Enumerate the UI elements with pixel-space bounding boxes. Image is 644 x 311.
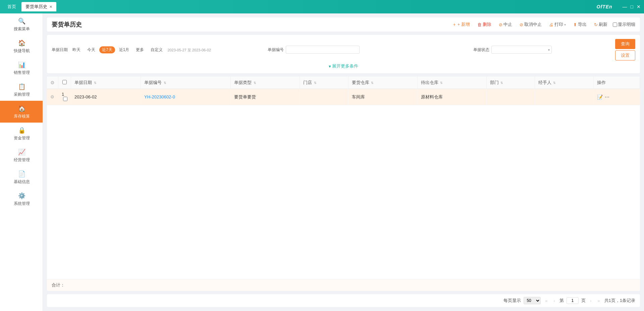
stop-button[interactable]: ⊘ 中止 <box>497 20 514 29</box>
top-bar: 首页 要货单历史 ✕ OfTEn — □ ✕ <box>0 0 644 13</box>
td-date: 2023-06-02 <box>71 89 141 105</box>
sidebar-item-finance-label: 资金管理 <box>14 135 30 141</box>
sidebar-item-operations[interactable]: 📈 经营管理 <box>0 144 43 166</box>
per-page-label: 每页显示 <box>503 298 521 304</box>
sidebar-item-basic-info[interactable]: 📄 基础信息 <box>0 166 43 188</box>
sidebar-item-sales-label: 销售管理 <box>14 70 30 76</box>
sidebar-item-quick-nav[interactable]: 🏠 快捷导航 <box>0 35 43 57</box>
sidebar-item-inventory[interactable]: 🏠 库存核算 <box>0 101 43 123</box>
data-table: ⚙ 单据日期 ⇅ 单据编号 ⇅ <box>47 77 640 105</box>
show-detail-label: 显示明细 <box>618 21 635 28</box>
th-store-label: 门店 <box>303 80 312 85</box>
order-no-link[interactable]: YH-20230602-0 <box>144 94 175 99</box>
per-page-select[interactable]: 50 100 200 <box>524 297 541 304</box>
sidebar-item-sales[interactable]: 📊 销售管理 <box>0 57 43 79</box>
delete-button[interactable]: 🗑 删除 <box>475 20 493 29</box>
last-page-button[interactable]: » <box>596 298 601 304</box>
new-icon: ＋ <box>452 21 457 28</box>
th-order-type-label: 单据类型 <box>234 80 252 85</box>
tab-requisition-history[interactable]: 要货单历史 ✕ <box>21 2 56 11</box>
new-button[interactable]: ＋ + 新增 <box>450 20 472 29</box>
tab-home[interactable]: 首页 <box>3 2 20 11</box>
next-page-button[interactable]: › <box>588 298 593 304</box>
th-dept-sort-icon[interactable]: ⇅ <box>500 81 503 85</box>
row-checkbox[interactable] <box>63 97 67 101</box>
date-pill-1month[interactable]: 近1月 <box>116 46 132 53</box>
export-label: 导出 <box>578 21 587 28</box>
th-action: 操作 <box>593 77 640 89</box>
th-order-no-sort-icon[interactable]: ⇅ <box>164 81 166 85</box>
cancel-stop-button[interactable]: ⊘ 取消中止 <box>518 20 544 29</box>
date-pill-custom[interactable]: 自定义 <box>148 46 165 53</box>
date-pill-more[interactable]: 更多 <box>133 46 147 53</box>
sidebar-item-finance[interactable]: 🔒 资金管理 <box>0 123 43 144</box>
export-icon: ⬆ <box>573 22 577 27</box>
settings-button[interactable]: 设置 <box>615 50 635 60</box>
th-pending-warehouse-label: 待出仓库 <box>421 80 438 85</box>
refresh-icon: ↻ <box>594 22 598 27</box>
table-footer: 合计： <box>47 279 640 291</box>
th-pending-warehouse-sort-icon[interactable]: ⇅ <box>440 81 443 85</box>
main-layout: 🔍 搜索菜单 🏠 快捷导航 📊 销售管理 📋 采购管理 🏠 库存核算 🔒 资金管… <box>0 13 644 311</box>
date-pill-7days[interactable]: 近7天 <box>99 46 115 53</box>
sidebar-item-purchase-label: 采购管理 <box>14 92 30 97</box>
th-dept: 部门 ⇅ <box>486 77 535 89</box>
page-header: 要货单历史 ＋ + 新增 🗑 删除 ⊘ 中止 ⊘ 取消中止 <box>47 17 640 32</box>
tab-home-label: 首页 <box>7 4 16 10</box>
query-button[interactable]: 查询 <box>615 39 635 49</box>
refresh-button[interactable]: ↻ 刷新 <box>592 20 609 29</box>
prev-page-button[interactable]: ‹ <box>552 298 557 304</box>
th-store-sort-icon[interactable]: ⇅ <box>314 81 317 85</box>
th-date-label: 单据日期 <box>74 80 92 85</box>
th-dept-label: 部门 <box>490 80 499 85</box>
th-date-sort-icon[interactable]: ⇅ <box>94 81 97 85</box>
chart-icon: 📊 <box>18 61 25 69</box>
export-button[interactable]: ⬆ 导出 <box>571 20 589 29</box>
inventory-icon: 🏠 <box>18 105 25 112</box>
th-req-warehouse: 要货仓库 ⇅ <box>348 77 417 89</box>
th-handler-sort-icon[interactable]: ⇅ <box>553 81 556 85</box>
tab-close-icon[interactable]: ✕ <box>49 5 52 9</box>
toolbar: ＋ + 新增 🗑 删除 ⊘ 中止 ⊘ 取消中止 🖨 打印 <box>450 20 635 29</box>
minimize-button[interactable]: — <box>623 4 627 9</box>
date-filter-group: 单据日期 昨天 今天 近7天 近1月 更多 自定义 2023-05-27 至 2… <box>52 46 211 53</box>
show-detail-button[interactable]: 显示明细 <box>613 21 635 28</box>
date-pill-today[interactable]: 今天 <box>85 46 98 53</box>
th-handler-label: 经手人 <box>538 80 551 85</box>
th-settings: ⚙ <box>47 77 58 89</box>
page-number-input[interactable] <box>567 297 579 304</box>
sidebar-item-purchase[interactable]: 📋 采购管理 <box>0 79 43 101</box>
select-all-checkbox[interactable] <box>62 80 67 84</box>
print-arrow-icon: ▾ <box>564 23 566 27</box>
close-button[interactable]: ✕ <box>637 4 641 9</box>
th-date: 单据日期 ⇅ <box>71 77 141 89</box>
td-checkbox: 1 <box>58 89 71 105</box>
edit-action-icon[interactable]: 📝 <box>597 94 603 100</box>
first-page-button[interactable]: « <box>543 298 549 304</box>
td-handler <box>535 89 593 105</box>
sidebar-item-basic-info-label: 基础信息 <box>14 179 30 185</box>
table-row[interactable]: ⚙ 1 2023-06-02 YH-20230602-0 要货单要货 车间库 <box>47 89 640 105</box>
more-action-icon[interactable]: ⋯ <box>605 94 609 100</box>
page-label: 第 <box>559 298 564 304</box>
status-select[interactable] <box>491 46 552 54</box>
sidebar-item-system[interactable]: ⚙️ 系统管理 <box>0 188 43 210</box>
td-dept <box>486 89 535 105</box>
clipboard-icon: 📋 <box>18 83 25 90</box>
table-settings-icon[interactable]: ⚙ <box>50 80 55 85</box>
row-settings-icon[interactable]: ⚙ <box>50 94 54 99</box>
filter-area: 单据日期 昨天 今天 近7天 近1月 更多 自定义 2023-05-27 至 2… <box>47 35 640 73</box>
td-pending-warehouse: 原材料仓库 <box>417 89 486 105</box>
th-req-warehouse-sort-icon[interactable]: ⇅ <box>371 81 374 85</box>
th-order-type-sort-icon[interactable]: ⇅ <box>254 81 256 85</box>
sidebar-item-search[interactable]: 🔍 搜索菜单 <box>0 13 43 35</box>
expand-more-label: 展开更多条件 <box>332 63 358 69</box>
maximize-button[interactable]: □ <box>631 4 633 9</box>
order-no-input[interactable] <box>286 46 360 54</box>
expand-more-button[interactable]: ▾ 展开更多条件 <box>52 63 635 69</box>
show-detail-checkbox[interactable] <box>613 23 617 27</box>
print-button[interactable]: 🖨 打印 ▾ <box>547 20 568 29</box>
date-pill-yesterday[interactable]: 昨天 <box>70 46 83 53</box>
td-store <box>300 89 348 105</box>
action-btns: 📝 ⋯ <box>597 94 636 100</box>
